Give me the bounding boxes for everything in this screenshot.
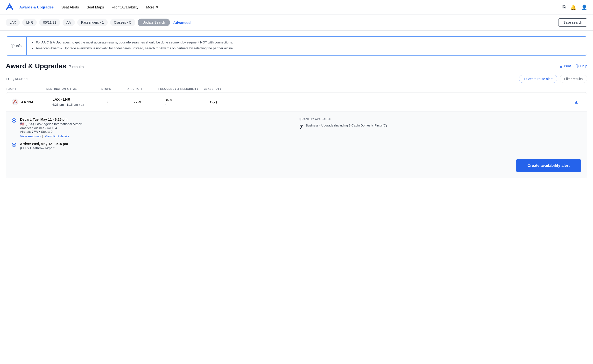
nav-action-icons: ⎘ 🔔 👤 [563, 4, 587, 10]
date-filter-buttons: + Create route alert Filter results [519, 75, 587, 83]
col-header-flight: FLIGHT [6, 87, 44, 90]
info-label: ⓘ Info [6, 37, 27, 55]
qty-number: 7 [299, 123, 303, 131]
segment-links: View seat map | View flight details [20, 134, 82, 138]
table-header: FLIGHT DESTINATION & TIME STOPS AIRCRAFT… [0, 85, 593, 92]
alert-button-row: Create availability alert [12, 154, 581, 178]
results-header: Award & Upgrades 7 results 🖨 Print ⓘ Hel… [0, 56, 593, 70]
stops-cell: 0 [107, 100, 132, 104]
logo [6, 3, 14, 11]
depart-airline: American Airlines - AA 134 [20, 126, 82, 130]
save-search-button[interactable]: Save search [558, 18, 587, 27]
origin-chip[interactable]: LAX [6, 19, 20, 26]
route: LAX - LHR [52, 97, 106, 102]
info-box: ⓘ Info For AA C & A Upgrades: to get the… [6, 36, 587, 56]
view-seat-map-link[interactable]: View seat map [20, 134, 41, 138]
arrive-info: Arrive: Wed, May 12 - 1:15 pm (LHR) Heat… [20, 142, 68, 150]
class-qty-cell: C(7) [210, 100, 570, 104]
detail-left: Depart: Tue, May 11 - 6:25 pm 🇺🇸 (LAX) L… [12, 118, 294, 154]
depart-info: Depart: Tue, May 11 - 6:25 pm 🇺🇸 (LAX) L… [20, 118, 82, 138]
help-icon: ⓘ [576, 64, 579, 68]
arrive-segment: Arrive: Wed, May 12 - 1:15 pm (LHR) Heat… [12, 142, 294, 150]
classes-chip[interactable]: Classes - C [110, 19, 135, 26]
nav-seat-alerts[interactable]: Seat Alerts [61, 5, 79, 9]
detail-right: QUANTITY AVAILABLE 7 Business - Upgrade … [299, 118, 581, 154]
create-route-alert-button[interactable]: + Create route alert [519, 75, 557, 83]
passengers-chip[interactable]: Passengers - 1 [77, 19, 108, 26]
col-header-class: CLASS (QTY) [204, 87, 576, 90]
col-header-dest-time: DESTINATION & TIME [46, 87, 99, 90]
user-icon[interactable]: 👤 [581, 4, 587, 10]
date-label: TUE, MAY 11 [6, 77, 28, 81]
col-header-stops: STOPS [101, 87, 126, 90]
bell-icon[interactable]: 🔔 [570, 4, 576, 10]
flight-number: AA 134 [21, 100, 33, 104]
print-icon: 🖨 [559, 64, 563, 68]
arrive-airport: (LHR) Heathrow Airport [20, 146, 68, 150]
results-title: Award & Upgrades 7 results [6, 62, 84, 70]
depart-dot [12, 118, 16, 138]
depart-aircraft-stops: Aircraft: 77W • Stops: 0 [20, 130, 82, 133]
depart-time: Depart: Tue, May 11 - 6:25 pm [20, 118, 82, 121]
create-availability-alert-button[interactable]: Create availability alert [516, 159, 581, 172]
aa-flag-icon: 🇺🇸 [20, 122, 24, 126]
airline-logo [12, 98, 19, 105]
print-button[interactable]: 🖨 Print [559, 64, 571, 68]
nav-flight-availability[interactable]: Flight Availability [112, 5, 139, 9]
col-header-aircraft: AIRCRAFT [127, 87, 156, 90]
airline-chip[interactable]: AA [63, 19, 75, 26]
col-header-expand [578, 87, 587, 90]
expand-button[interactable]: ▲ [572, 99, 581, 105]
depart-segment: Depart: Tue, May 11 - 6:25 pm 🇺🇸 (LAX) L… [12, 118, 294, 138]
advanced-button[interactable]: Advanced [172, 19, 192, 27]
airline-cell: AA 134 [12, 98, 50, 105]
info-bullet-2: American Award & Upgrade availability is… [36, 46, 234, 51]
info-icon: ⓘ [11, 44, 14, 48]
info-section: ⓘ Info For AA C & A Upgrades: to get the… [0, 31, 593, 56]
date-filter-row: TUE, MAY 11 + Create route alert Filter … [0, 70, 593, 85]
qty-header: QUANTITY AVAILABLE [299, 118, 581, 120]
detail-grid: Depart: Tue, May 11 - 6:25 pm 🇺🇸 (LAX) L… [12, 118, 581, 154]
depart-airport: 🇺🇸 (LAX) Los Angeles International Airpo… [20, 122, 82, 126]
date-chip[interactable]: 05/11/21 [39, 19, 60, 26]
aircraft-cell: 77W [134, 100, 162, 104]
qty-row: 7 Business - Upgrade (Including 2-Cabin … [299, 123, 581, 131]
nav-links: Awards & Upgrades Seat Alerts Seat Maps … [19, 5, 563, 9]
search-bar: LAX LHR 05/11/21 AA Passengers - 1 Class… [0, 14, 593, 31]
info-content: For AA C & A Upgrades: to get the most a… [27, 37, 239, 55]
help-button[interactable]: ⓘ Help [576, 64, 587, 68]
nav-more[interactable]: More ▼ [146, 5, 159, 9]
dest-time-cell: LAX - LHR 6:25 pm - 1:15 pm + 1d [52, 97, 106, 107]
bookmark-icon[interactable]: ⎘ [563, 4, 565, 10]
nav-seat-maps[interactable]: Seat Maps [87, 5, 104, 9]
chevron-down-icon: ▼ [155, 5, 159, 9]
flight-detail: Depart: Tue, May 11 - 6:25 pm 🇺🇸 (LAX) L… [6, 112, 587, 178]
frequency-cell: Daily -/- [164, 98, 208, 106]
col-header-freq: FREQUENCY & RELIABILITY [158, 87, 202, 90]
filter-results-button[interactable]: Filter results [560, 75, 587, 83]
update-search-button[interactable]: Update Search [138, 19, 170, 26]
arrive-time: Arrive: Wed, May 12 - 1:15 pm [20, 142, 68, 146]
nav-awards-upgrades[interactable]: Awards & Upgrades [19, 5, 54, 9]
flight-row[interactable]: AA 134 LAX - LHR 6:25 pm - 1:15 pm + 1d … [6, 92, 587, 112]
results-count: 7 results [69, 65, 84, 69]
navbar: Awards & Upgrades Seat Alerts Seat Maps … [0, 0, 593, 14]
time-range: 6:25 pm - 1:15 pm + 1d [52, 102, 106, 107]
flight-card: AA 134 LAX - LHR 6:25 pm - 1:15 pm + 1d … [6, 92, 587, 178]
destination-chip[interactable]: LHR [22, 19, 37, 26]
page-title: Award & Upgrades [6, 62, 66, 70]
view-flight-details-link[interactable]: View flight details [45, 134, 69, 138]
qty-desc: Business - Upgrade (Including 2-Cabin Do… [306, 123, 387, 128]
info-bullet-1: For AA C & A Upgrades: to get the most a… [36, 40, 234, 45]
results-actions: 🖨 Print ⓘ Help [559, 64, 587, 68]
arrive-dot [12, 143, 16, 150]
